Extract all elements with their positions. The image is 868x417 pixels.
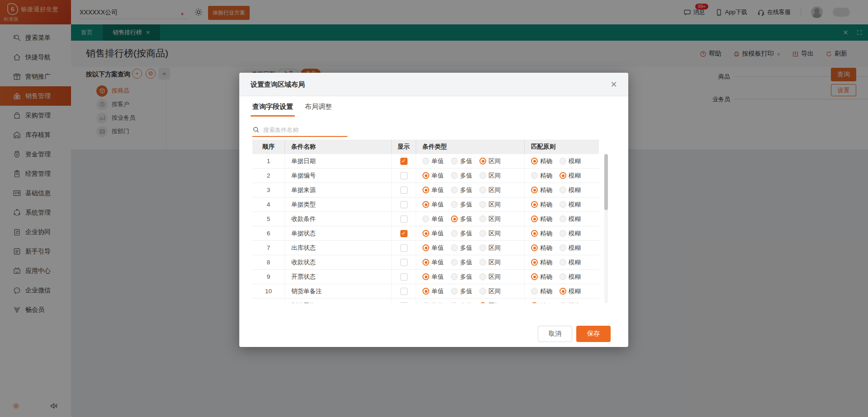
radio-label: 精确 bbox=[540, 287, 552, 295]
radio-label: 精确 bbox=[540, 244, 552, 252]
radio-option[interactable]: 区间 bbox=[479, 201, 501, 209]
row-condition-name: 收款条件 bbox=[285, 212, 392, 226]
radio-option[interactable]: 模糊 bbox=[560, 201, 581, 209]
table-row: 7出库状态单值多值区间精确模糊 bbox=[252, 241, 599, 255]
radio-option[interactable]: 多值 bbox=[451, 302, 472, 304]
row-condition-name: 销货单备注 bbox=[285, 284, 392, 298]
radio-option[interactable]: 模糊 bbox=[560, 157, 581, 165]
radio-option[interactable]: 模糊 bbox=[560, 215, 581, 223]
visible-checkbox[interactable] bbox=[400, 158, 408, 165]
row-condition-name: 单据状态 bbox=[285, 226, 392, 240]
radio-option[interactable]: 精确 bbox=[531, 302, 552, 304]
radio-label: 单值 bbox=[432, 157, 444, 165]
visible-checkbox[interactable] bbox=[400, 201, 408, 208]
radio-option[interactable]: 区间 bbox=[479, 244, 501, 252]
scrollbar-thumb[interactable] bbox=[604, 154, 608, 210]
save-button[interactable]: 保存 bbox=[576, 326, 611, 342]
radio-option[interactable]: 单值 bbox=[422, 172, 444, 180]
radio-option[interactable]: 区间 bbox=[479, 172, 501, 180]
radio-option[interactable]: 单值 bbox=[422, 273, 444, 281]
radio-option[interactable]: 单值 bbox=[422, 215, 444, 223]
row-condition-name: 单据日期 bbox=[285, 154, 392, 168]
radio-label: 多值 bbox=[460, 215, 472, 223]
radio-icon bbox=[451, 201, 458, 208]
radio-option[interactable]: 多值 bbox=[451, 172, 472, 180]
visible-checkbox[interactable] bbox=[400, 187, 408, 194]
radio-option[interactable]: 精确 bbox=[531, 230, 552, 238]
radio-option[interactable]: 精确 bbox=[531, 201, 552, 209]
radio-option[interactable]: 区间 bbox=[479, 287, 501, 295]
radio-option[interactable]: 精确 bbox=[531, 287, 552, 295]
row-order: 2 bbox=[252, 169, 285, 183]
radio-option[interactable]: 单值 bbox=[422, 244, 444, 252]
radio-option[interactable]: 区间 bbox=[479, 157, 501, 165]
visible-checkbox[interactable] bbox=[400, 230, 408, 237]
visible-checkbox[interactable] bbox=[400, 216, 408, 223]
cancel-button[interactable]: 取消 bbox=[538, 326, 572, 342]
radio-option[interactable]: 多值 bbox=[451, 230, 472, 238]
radio-option[interactable]: 区间 bbox=[479, 273, 501, 281]
radio-icon bbox=[422, 273, 429, 280]
radio-icon bbox=[422, 187, 429, 193]
radio-option[interactable]: 模糊 bbox=[560, 230, 581, 238]
row-order: 8 bbox=[252, 255, 285, 269]
radio-option[interactable]: 精确 bbox=[531, 172, 552, 180]
radio-option[interactable]: 多值 bbox=[451, 157, 472, 165]
radio-option[interactable]: 区间 bbox=[479, 186, 501, 194]
radio-option[interactable]: 多值 bbox=[451, 287, 472, 295]
radio-icon bbox=[479, 273, 486, 280]
radio-option[interactable]: 精确 bbox=[531, 186, 552, 194]
modal-tab[interactable]: 布局调整 bbox=[305, 103, 332, 117]
table-scrollbar[interactable] bbox=[604, 154, 608, 303]
radio-option[interactable]: 精确 bbox=[531, 157, 552, 165]
radio-option[interactable]: 单值 bbox=[422, 287, 444, 295]
condition-search-input[interactable] bbox=[263, 127, 347, 133]
radio-option[interactable]: 多值 bbox=[451, 186, 472, 194]
radio-option[interactable]: 精确 bbox=[531, 258, 552, 267]
radio-icon bbox=[560, 244, 566, 251]
radio-option[interactable]: 精确 bbox=[531, 273, 552, 281]
radio-option[interactable]: 模糊 bbox=[560, 273, 581, 281]
radio-option[interactable]: 多值 bbox=[451, 273, 472, 281]
radio-option[interactable]: 模糊 bbox=[560, 244, 581, 252]
visible-checkbox[interactable] bbox=[400, 244, 408, 252]
radio-option[interactable]: 模糊 bbox=[560, 258, 581, 267]
radio-option[interactable]: 区间 bbox=[479, 230, 501, 238]
radio-option[interactable]: 多值 bbox=[451, 201, 472, 209]
radio-option[interactable]: 多值 bbox=[451, 215, 472, 223]
condition-search[interactable] bbox=[252, 123, 347, 137]
visible-checkbox[interactable] bbox=[400, 302, 408, 304]
radio-option[interactable]: 区间 bbox=[479, 302, 501, 304]
radio-label: 区间 bbox=[489, 258, 501, 267]
radio-option[interactable]: 单值 bbox=[422, 258, 444, 267]
visible-checkbox[interactable] bbox=[400, 288, 408, 295]
radio-label: 单值 bbox=[432, 186, 444, 194]
radio-option[interactable]: 单值 bbox=[422, 157, 444, 165]
radio-option[interactable]: 单值 bbox=[422, 230, 444, 238]
radio-icon bbox=[531, 172, 538, 179]
table-row: 6单据状态单值多值区间精确模糊 bbox=[252, 226, 599, 241]
modal-tab[interactable]: 查询字段设置 bbox=[252, 103, 293, 117]
radio-option[interactable]: 单值 bbox=[422, 302, 444, 304]
row-condition-name: 单据来源 bbox=[285, 183, 392, 197]
radio-icon bbox=[560, 259, 566, 266]
radio-option[interactable]: 区间 bbox=[479, 258, 501, 267]
visible-checkbox[interactable] bbox=[400, 172, 408, 179]
radio-option[interactable]: 单值 bbox=[422, 201, 444, 209]
visible-checkbox[interactable] bbox=[400, 273, 408, 281]
radio-icon bbox=[451, 259, 458, 266]
radio-option[interactable]: 单值 bbox=[422, 186, 444, 194]
radio-option[interactable]: 精确 bbox=[531, 244, 552, 252]
radio-option[interactable]: 多值 bbox=[451, 244, 472, 252]
close-icon[interactable]: ✕ bbox=[608, 79, 619, 90]
visible-checkbox[interactable] bbox=[400, 259, 408, 266]
radio-option[interactable]: 模糊 bbox=[560, 172, 581, 180]
radio-option[interactable]: 多值 bbox=[451, 258, 472, 267]
radio-option[interactable]: 精确 bbox=[531, 215, 552, 223]
radio-label: 多值 bbox=[460, 302, 472, 304]
radio-option[interactable]: 模糊 bbox=[560, 302, 581, 304]
radio-option[interactable]: 模糊 bbox=[560, 287, 581, 295]
radio-option[interactable]: 区间 bbox=[479, 215, 501, 223]
radio-option[interactable]: 模糊 bbox=[560, 186, 581, 194]
radio-label: 多值 bbox=[460, 244, 472, 252]
